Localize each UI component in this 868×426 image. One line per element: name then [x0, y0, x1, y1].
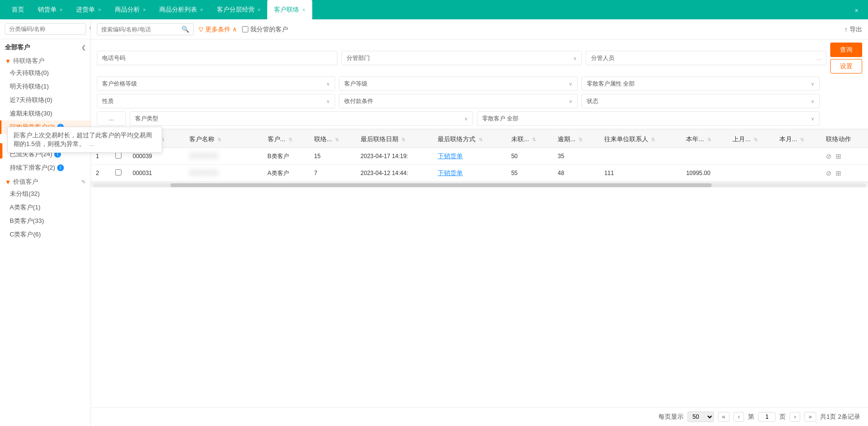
filter-dept[interactable]: 分管部门 ∨ [341, 51, 582, 65]
per-page-select[interactable]: 50 100 200 [687, 411, 714, 422]
pending-label: 待联络客户 [13, 57, 45, 65]
main-search-icon[interactable]: 🔍 [182, 26, 189, 33]
col-last-contact-method: 最后联络方式 ⇅ [433, 131, 506, 148]
declining-info-icon[interactable]: i [57, 164, 64, 171]
close-window-btn[interactable]: × [850, 5, 863, 15]
sort-icon-name[interactable]: ⇅ [217, 137, 221, 142]
filter-customer-tier[interactable]: 客户等级 ∨ [339, 76, 577, 91]
filter-dots[interactable]: ... [97, 111, 126, 126]
filter-person[interactable]: 分管人员 ... [586, 51, 826, 65]
nav-customer-contact[interactable]: 客户联络 × [267, 0, 312, 19]
row2-company-contact: 111 [599, 165, 681, 182]
row1-method-link[interactable]: 下销货单 [438, 152, 463, 160]
nav-sales[interactable]: 销货单 × [31, 0, 69, 19]
retail-customer-arrow-icon: ∨ [811, 116, 814, 121]
sidebar-item-overdue[interactable]: 逾期未联络(30) [0, 107, 91, 120]
close-icon-customer-tier[interactable]: × [258, 7, 260, 13]
tooltip-dots[interactable]: ... [89, 140, 94, 147]
my-customer-checkbox[interactable] [242, 26, 248, 32]
row1-grid-icon[interactable]: ⊞ [836, 152, 841, 160]
all-customers-section: 全部客户 ❮ [0, 39, 91, 54]
sort-icon-method[interactable]: ⇅ [479, 137, 483, 142]
sidebar-item-a-class[interactable]: A类客户(1) [0, 201, 91, 214]
row2-last-date: 2023-04-12 14:44: [356, 165, 433, 182]
close-icon-customer-contact[interactable]: × [302, 7, 305, 13]
row2-last-method[interactable]: 下销货单 [433, 165, 506, 182]
filter-payment[interactable]: 收付款条件 ∨ [339, 94, 577, 108]
setting-btn[interactable]: 设置 [830, 59, 862, 73]
row2-checkbox-cell[interactable] [110, 165, 128, 182]
sort-icon-last-month[interactable]: ⇅ [754, 137, 758, 142]
value-edit-icon[interactable]: ✎ [81, 179, 86, 185]
sidebar-item-ungrouped[interactable]: 未分组(32) [0, 187, 91, 201]
sort-icon-date[interactable]: ⇅ [401, 137, 405, 142]
filter-price-tier[interactable]: 客户价格等级 ∨ [97, 76, 335, 91]
scroll-thumb[interactable] [170, 183, 712, 187]
close-icon-purchase[interactable]: × [98, 7, 101, 13]
main-search-input[interactable] [101, 26, 180, 33]
filter-retail-customer[interactable]: 零散客户 全部 ∨ [477, 111, 820, 126]
filter-row-3: 性质 ∨ 收付款条件 ∨ 状态 ∨ [97, 94, 862, 108]
query-btn[interactable]: 查询 [830, 43, 862, 57]
row2-checkbox[interactable] [115, 169, 122, 176]
table-body: 1 000039 B类客户 15 2023-04-17 14:19: 下销货单 … [91, 148, 868, 182]
filter-phone[interactable]: 电话号码 [97, 51, 337, 65]
sidebar-search-input[interactable] [5, 23, 86, 35]
row2-index: 2 [91, 165, 110, 182]
nav-purchase[interactable]: 进货单 × [69, 0, 107, 19]
sort-icon-contact[interactable]: ⇅ [335, 137, 339, 142]
payment-arrow-icon: ∨ [569, 99, 572, 104]
horizontal-scrollbar[interactable] [91, 182, 868, 188]
prev-page-btn[interactable]: ‹ [733, 412, 744, 422]
page-number-input[interactable] [758, 412, 776, 422]
main-layout: 🔍 全部客户 ❮ ▼ 待联络客户 今天待联络(0) 明天待联络(1) 近7天待联… [0, 19, 868, 426]
nav-product-list[interactable]: 商品分析列表 × [152, 0, 210, 19]
sidebar-item-tomorrow[interactable]: 明天待联络(1) [0, 80, 91, 93]
nav-product-analysis[interactable]: 商品分析 × [108, 0, 152, 19]
first-page-btn[interactable]: « [718, 412, 730, 422]
row1-last-date: 2023-04-17 14:19: [356, 148, 433, 165]
sort-icon-uncontacted[interactable]: ⇅ [532, 137, 536, 142]
last-page-btn[interactable]: » [804, 412, 816, 422]
filter-nature[interactable]: 性质 ∨ [97, 94, 335, 108]
main-table: ⚙ 客户编码 ⇅ 客户名称 ⇅ 客户... ⇅ [91, 131, 868, 182]
sort-icon-this-month[interactable]: ⇅ [800, 137, 804, 142]
sidebar-item-declining[interactable]: 持续下滑客户(2) i [0, 161, 91, 175]
row2-contact-count: 7 [309, 165, 356, 182]
sort-icon-this-year[interactable]: ⇅ [707, 137, 711, 142]
row2-link-icon[interactable]: ⊘ [826, 169, 832, 177]
row2-method-link[interactable]: 下销货单 [438, 169, 463, 176]
tooltip-text: 距客户上次交易时长，超过了此客户的平均交易周期的1.5倍，则视为异常。 [14, 132, 152, 147]
collapse-icon[interactable]: ❮ [81, 44, 86, 51]
customer-type-arrow-icon: ∨ [464, 116, 468, 121]
scroll-track[interactable] [93, 183, 866, 187]
col-company-contact: 往来单位联系人 ⇅ [599, 131, 681, 148]
row2-grid-icon[interactable]: ⊞ [836, 169, 841, 177]
filter-row-1: 电话号码 分管部门 ∨ 分管人员 ... 查询 设置 [97, 43, 862, 73]
filter-retail-attr[interactable]: 零散客户属性 全部 ∨ [581, 76, 820, 91]
sort-icon-overdue[interactable]: ⇅ [579, 137, 582, 142]
filter-customer-type[interactable]: 客户类型 ∨ [130, 111, 473, 126]
next-page-btn[interactable]: › [790, 412, 800, 422]
nav-home[interactable]: 首页 [5, 0, 31, 19]
close-icon-product-list[interactable]: × [200, 7, 203, 13]
close-icon-sales[interactable]: × [60, 7, 62, 13]
sidebar-item-b-class[interactable]: B类客户(33) [0, 214, 91, 228]
sort-icon-company-contact[interactable]: ⇅ [651, 137, 655, 142]
col-uncontacted: 未联... ⇅ [506, 131, 553, 148]
sort-icon-type[interactable]: ⇅ [289, 137, 292, 142]
close-icon-product-analysis[interactable]: × [143, 7, 146, 13]
nav-customer-tier[interactable]: 客户分层经营 × [210, 0, 267, 19]
my-customer-checkbox-label[interactable]: 我分管的客户 [242, 25, 288, 34]
export-btn[interactable]: ↑ 导出 [845, 25, 863, 34]
sidebar-item-7days[interactable]: 近7天待联络(0) [0, 93, 91, 107]
row1-checkbox[interactable] [115, 152, 122, 159]
filter-status[interactable]: 状态 ∨ [581, 94, 820, 108]
triangle-icon-value: ▼ [5, 178, 11, 186]
sidebar-item-today[interactable]: 今天待联络(0) [0, 66, 91, 80]
row1-last-method[interactable]: 下销货单 [433, 148, 506, 165]
more-filter-btn[interactable]: ▽ 更多条件 ∧ [198, 25, 237, 34]
row1-this-year [681, 148, 728, 165]
sidebar-item-c-class[interactable]: C类客户(6) [0, 228, 91, 241]
row1-link-icon[interactable]: ⊘ [826, 152, 832, 160]
